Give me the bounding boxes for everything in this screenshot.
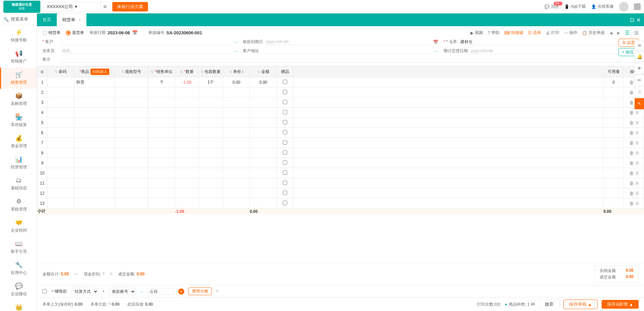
copy-row-icon[interactable]: ⎘	[636, 191, 639, 196]
radio-sale-order[interactable]: 销货单	[42, 30, 61, 36]
delete-row-icon[interactable]: 🗑	[629, 160, 634, 166]
payment-amount-input[interactable]	[147, 288, 174, 295]
right-float-btn-5[interactable]: ☆	[635, 86, 644, 98]
sidebar-item-member[interactable]: 👑 畅会员	[0, 300, 37, 311]
row-barcode-7[interactable]	[47, 138, 74, 148]
company-selector[interactable]: XXXXXX公司 ▾	[44, 2, 98, 11]
delete-row-icon[interactable]: 🗑	[629, 130, 634, 135]
row-barcode-4[interactable]	[47, 108, 74, 118]
save-draft-button[interactable]: 保存草稿 ▲	[563, 300, 598, 309]
account-select[interactable]: 收款账号	[108, 288, 136, 295]
sidebar-item-sales[interactable]: 🛒 销售管理	[0, 68, 37, 89]
row-gift-7[interactable]	[277, 138, 294, 148]
account-more-icon[interactable]: ···	[140, 289, 143, 294]
video-help-btn[interactable]: ▶ 视频	[470, 30, 483, 36]
sidebar-item-operations[interactable]: 📊 经营管理	[0, 152, 37, 173]
row-spec-13[interactable]	[115, 198, 148, 208]
select-btn[interactable]: ☰ 选单	[528, 30, 541, 36]
prev-record-icon[interactable]: ◀	[609, 31, 612, 35]
online-service-button[interactable]: 👤 在线客服	[591, 4, 614, 9]
operations-btn[interactable]: ⋯ 操作	[564, 30, 577, 36]
row-gift-9[interactable]	[277, 158, 294, 168]
row-spec-1[interactable]	[115, 77, 148, 87]
sidebar-item-inventory[interactable]: 🏪 库存核算	[0, 110, 37, 131]
row-barcode-5[interactable]	[47, 118, 74, 128]
sidebar-item-guide[interactable]: 📖 新手引导	[0, 237, 37, 258]
row-spec-9[interactable]	[115, 158, 148, 168]
customer-input[interactable]	[61, 39, 232, 45]
delete-row-icon[interactable]: 🗑	[629, 110, 634, 115]
row-gift-8[interactable]	[277, 148, 294, 158]
sidebar-item-shortcut[interactable]: ⚡ 快捷导航	[0, 25, 37, 46]
discount-help-icon[interactable]: ?	[102, 272, 105, 276]
next-record-icon[interactable]: ▶	[617, 31, 620, 35]
row-barcode-9[interactable]	[47, 158, 74, 168]
row-gift-3[interactable]	[277, 98, 294, 108]
right-float-btn-6[interactable]: ✎	[635, 98, 644, 109]
sidebar-item-marketing[interactable]: 📢 营销推广	[0, 46, 37, 68]
copy-row-icon[interactable]: ⎘	[636, 130, 639, 135]
list-view-icon[interactable]: ☰	[625, 30, 630, 36]
help-btn[interactable]: ? 帮助	[488, 30, 499, 36]
expense-split-button[interactable]: 费用分摊	[188, 287, 212, 295]
table-settings-icon[interactable]: ⚙	[40, 70, 44, 74]
salesperson-more-icon[interactable]: ···	[234, 48, 238, 54]
delete-row-icon[interactable]: 🗑	[629, 90, 634, 95]
salesperson-input[interactable]	[61, 48, 232, 54]
add-payment-button[interactable]: +	[178, 288, 184, 295]
row-spec-2[interactable]	[115, 87, 148, 98]
delete-row-icon[interactable]: 🗑	[629, 120, 634, 125]
delete-row-icon[interactable]: 🗑	[629, 80, 634, 85]
row-barcode-8[interactable]	[47, 148, 74, 158]
tab-home[interactable]: 首页	[37, 13, 57, 26]
customer-more-icon[interactable]: ···	[234, 39, 238, 45]
row-gift-6[interactable]	[277, 128, 294, 138]
due-date-input[interactable]	[265, 39, 431, 45]
row-barcode-6[interactable]	[47, 128, 74, 138]
customer-addr-input[interactable]	[261, 48, 432, 54]
delete-row-icon[interactable]: 🗑	[629, 100, 634, 105]
delete-row-icon[interactable]: 🗑	[629, 191, 634, 196]
row-spec-4[interactable]	[115, 108, 148, 118]
row-spec-11[interactable]	[115, 178, 148, 188]
row-barcode-11[interactable]	[47, 178, 74, 188]
delete-row-icon[interactable]: 🗑	[629, 201, 634, 206]
row-barcode-10[interactable]	[47, 168, 74, 178]
save-new-button[interactable]: 保存&新增 ▲	[602, 300, 639, 309]
copy-row-icon[interactable]: ⎘	[636, 120, 639, 125]
row-spec-12[interactable]	[115, 188, 148, 198]
calendar-icon[interactable]: 📅	[132, 30, 138, 35]
grid-view-icon[interactable]: ⊞	[634, 30, 639, 36]
messages-button[interactable]: 💬 消息 99+	[544, 4, 559, 9]
row-gift-1[interactable]	[277, 77, 294, 87]
row-gift-4[interactable]	[277, 108, 294, 118]
print-btn[interactable]: 🖨 打印	[546, 30, 559, 36]
delete-row-icon[interactable]: 🗑	[629, 140, 634, 146]
tab-sales-order[interactable]: 销货单 ×	[57, 13, 86, 26]
row-barcode-1[interactable]	[47, 77, 74, 87]
row-barcode-2[interactable]	[47, 87, 74, 98]
row-barcode-3[interactable]	[47, 98, 74, 108]
copy-row-icon[interactable]: ⎘	[636, 160, 639, 166]
maximize-icon[interactable]: ⊡	[630, 17, 634, 23]
row-gift-2[interactable]	[277, 87, 294, 98]
price-info-icon[interactable]: ℹ	[242, 70, 243, 74]
copy-row-icon[interactable]: ⎘	[636, 170, 639, 176]
row-barcode-12[interactable]	[47, 188, 74, 198]
avatar[interactable]	[619, 2, 629, 11]
settings-button[interactable]: ⚙	[100, 2, 110, 11]
app-download-button[interactable]: 📱 App下载	[564, 4, 586, 9]
warehouse-input[interactable]	[459, 39, 633, 45]
tab-close-icon[interactable]: ×	[79, 18, 81, 22]
one-key-payment-checkbox[interactable]	[42, 289, 47, 294]
row-barcode-13[interactable]	[47, 198, 74, 208]
row-spec-5[interactable]	[115, 118, 148, 128]
delete-row-icon[interactable]: 🗑	[629, 170, 634, 176]
abandon-button[interactable]: 放弃	[539, 300, 559, 309]
shortcut-btn[interactable]: ⌨ 快捷键	[504, 30, 523, 36]
copy-row-icon[interactable]: ⎘	[636, 201, 639, 206]
row-gift-13[interactable]	[277, 198, 294, 208]
row-spec-7[interactable]	[115, 138, 148, 148]
row-spec-8[interactable]	[115, 148, 148, 158]
notes-input[interactable]	[61, 56, 639, 63]
